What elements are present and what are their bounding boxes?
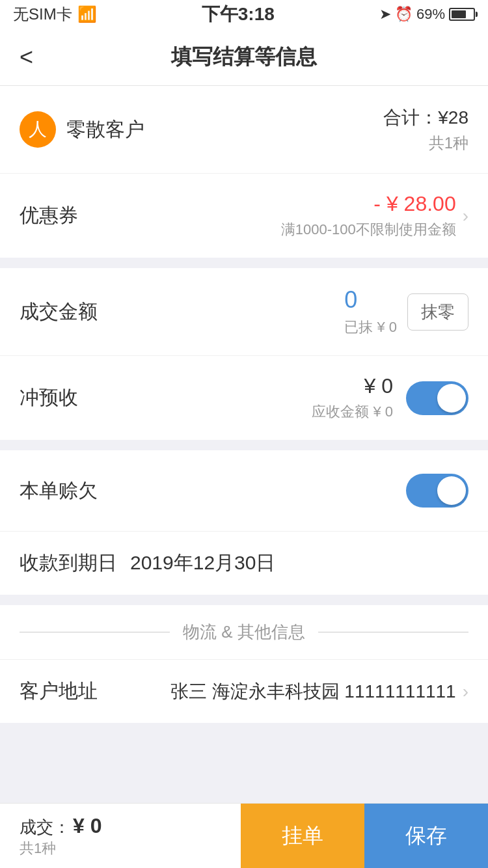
coupon-desc: 满1000-100不限制使用金额 [281,220,456,239]
prepayment-label: 冲预收 [20,385,78,411]
customer-name: 零散客户 [66,116,144,143]
location-icon: ➤ [379,6,391,23]
back-button[interactable]: < [20,44,33,71]
round-zero-button[interactable]: 抹零 [407,293,468,331]
coupon-discount: - ¥ 28.00 [281,192,456,216]
alarm-icon: ⏰ [395,6,413,23]
total-count: 共1种 [383,133,468,154]
divider-right [318,632,468,632]
prepayment-amount: ¥ 0 [312,374,393,398]
bottom-bar: 成交： ¥ 0 共1种 挂单 保存 [0,803,488,868]
due-date-row: 收款到期日 2019年12月30日 [0,531,488,595]
status-bar: 无SIM卡 📶 下午3:18 ➤ ⏰ 69% [0,0,488,29]
battery-percent: 69% [416,6,445,23]
address-chevron-icon: › [463,681,468,702]
save-button[interactable]: 保存 [364,804,488,868]
address-right: 张三 海淀永丰科技园 11111111111 › [170,679,468,704]
coupon-right: - ¥ 28.00 满1000-100不限制使用金额 › [281,192,468,239]
transaction-amount-col: 0 已抹 ¥ 0 [344,286,397,337]
divider-left [20,632,170,632]
status-left: 无SIM卡 📶 [13,4,97,25]
bottom-info: 成交： ¥ 0 共1种 [0,804,241,868]
logistics-header: 物流 & 其他信息 [0,605,488,659]
battery-icon [449,8,475,21]
coupon-chevron-icon: › [463,206,468,226]
prepayment-toggle[interactable] [406,381,468,415]
customer-right: 合计：¥28 共1种 [383,105,468,154]
debt-row: 本单赊欠 [0,450,488,531]
bottom-deal-label: 成交： [20,816,70,839]
content: 人 零散客户 合计：¥28 共1种 优惠券 - ¥ 28.00 满1000-10… [0,86,488,811]
due-date-label: 收款到期日 [20,550,117,576]
transaction-row: 成交金额 0 已抹 ¥ 0 抹零 [0,268,488,356]
coupon-row[interactable]: 优惠券 - ¥ 28.00 满1000-100不限制使用金额 › [0,173,488,258]
debt-label: 本单赊欠 [20,478,98,504]
page-title: 填写结算等信息 [171,43,317,72]
prepayment-right: ¥ 0 应收金额 ¥ 0 [312,374,468,422]
customer-left: 人 零散客户 [20,111,144,148]
bottom-deal-amount: ¥ 0 [73,814,102,838]
transaction-amount: 0 [344,286,357,313]
coupon-info: - ¥ 28.00 满1000-100不限制使用金额 [281,192,456,239]
total-amount: 合计：¥28 [383,105,468,130]
carrier-text: 无SIM卡 [13,4,72,25]
address-value: 张三 海淀永丰科技园 11111111111 [170,679,456,704]
logistics-card: 物流 & 其他信息 客户地址 张三 海淀永丰科技园 11111111111 › [0,605,488,723]
customer-row: 人 零散客户 合计：¥28 共1种 [0,86,488,173]
logistics-title: 物流 & 其他信息 [183,621,305,644]
prepayment-amount-col: ¥ 0 应收金额 ¥ 0 [312,374,393,422]
transaction-label: 成交金额 [20,299,98,325]
customer-avatar: 人 [20,111,56,148]
transaction-card: 成交金额 0 已抹 ¥ 0 抹零 冲预收 ¥ 0 应收金额 ¥ 0 [0,268,488,440]
prepayment-sub-text: 应收金额 ¥ 0 [312,402,393,422]
wifi-icon: 📶 [77,5,97,23]
debt-toggle[interactable] [406,474,468,508]
bottom-count: 共1种 [20,839,221,858]
bottom-deal-row: 成交： ¥ 0 [20,814,221,839]
debt-card: 本单赊欠 收款到期日 2019年12月30日 [0,450,488,595]
already-rounded-text: 已抹 ¥ 0 [344,318,397,337]
prepayment-row: 冲预收 ¥ 0 应收金额 ¥ 0 [0,356,488,440]
address-label: 客户地址 [20,678,98,705]
nav-bar: < 填写结算等信息 [0,29,488,86]
status-right: ➤ ⏰ 69% [379,6,475,23]
debt-toggle-knob [437,476,466,505]
status-time: 下午3:18 [202,2,275,27]
address-row[interactable]: 客户地址 张三 海淀永丰科技园 11111111111 › [0,659,488,723]
customer-card: 人 零散客户 合计：¥28 共1种 优惠券 - ¥ 28.00 满1000-10… [0,86,488,258]
transaction-right: 0 已抹 ¥ 0 抹零 [344,286,468,337]
pending-button[interactable]: 挂单 [241,804,364,868]
toggle-knob [437,384,466,413]
due-date-value: 2019年12月30日 [130,550,275,576]
avatar-icon: 人 [29,117,47,142]
coupon-label: 优惠券 [20,202,78,229]
